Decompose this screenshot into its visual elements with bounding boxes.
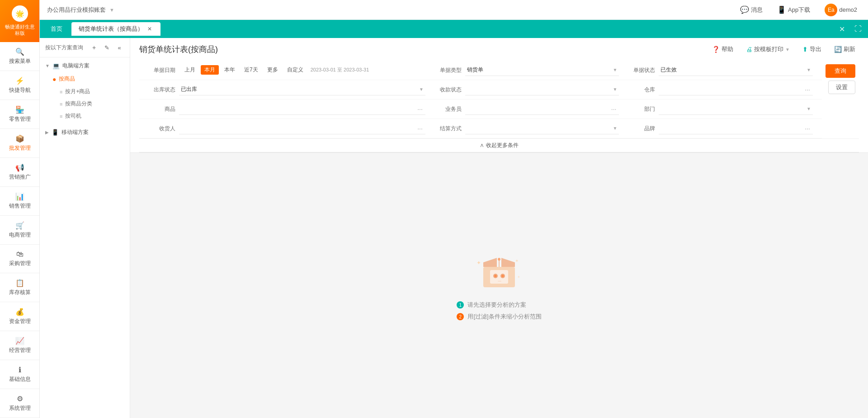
sidebar-item-sales[interactable]: 📊 销售管理 (0, 187, 39, 216)
tab-close-icon[interactable]: ✕ (146, 25, 153, 33)
payment-dropdown-icon: ▼ (613, 126, 618, 131)
panel-add-btn[interactable]: + (89, 43, 99, 52)
doc-status-control[interactable]: 已生效 ▼ (659, 64, 813, 76)
sidebar-item-purchase[interactable]: 🛍 采购管理 (0, 245, 39, 273)
tab-home[interactable]: 首页 (43, 22, 70, 36)
product-label: 商品 (148, 105, 179, 113)
system-icon: ⚙ (2, 394, 38, 403)
tree-sub-by-month-product[interactable]: ≡ 按月+商品 (40, 86, 130, 98)
inventory-icon: 📋 (2, 279, 38, 287)
panel-collapse-btn[interactable]: « (114, 43, 124, 52)
collapse-row[interactable]: ∧ 收起更多条件 (139, 138, 859, 152)
refresh-btn[interactable]: 🔄 刷新 (830, 43, 859, 55)
warehouse-control[interactable]: ··· (659, 84, 813, 95)
date-filter-control[interactable]: 上月 本月 本年 近7天 更多 自定义 2023-03-01 至 2023-03… (179, 64, 425, 76)
payment-label: 结算方式 (434, 125, 465, 133)
content-area: 按以下方案查询 + ✎ « ▼ 💻 电脑端方案 (40, 38, 868, 418)
sidebar-item-inventory[interactable]: 📋 库存核算 (0, 273, 39, 302)
industry-dropdown-icon[interactable]: ▼ (109, 7, 114, 13)
search-button[interactable]: 查询 (826, 64, 855, 78)
out-status-value: 已出库 (181, 86, 419, 93)
basic-info-icon: ℹ (2, 366, 38, 374)
warehouse-dots-icon[interactable]: ··· (804, 86, 811, 93)
sidebar-item-marketing[interactable]: 📢 营销推广 (0, 158, 39, 187)
doc-type-control[interactable]: 销货单 ▼ (465, 64, 619, 76)
sales-icon: 📊 (2, 192, 38, 201)
filter-staff-col: 业务员 ··· (434, 103, 619, 115)
sidebar-item-quick-nav[interactable]: ⚡ 快捷导航 (0, 71, 39, 100)
receiver-dots-icon[interactable]: ··· (416, 125, 424, 132)
tree-sub-by-cashier[interactable]: ≡ 按司机 (40, 110, 130, 122)
print-dropdown-icon: ▼ (785, 47, 790, 52)
sub-icon-1: ≡ (60, 89, 62, 95)
tree-item-by-product[interactable]: ● 按商品 (40, 72, 130, 86)
tree-group-desktop[interactable]: ▼ 💻 电脑端方案 (40, 59, 130, 72)
filter-rows-area: 单据日期 上月 本月 本年 近7天 更多 自定义 (139, 61, 822, 138)
dept-control[interactable]: ▼ (659, 103, 813, 115)
tip-1: 1 请先选择要分析的方案 (457, 301, 541, 309)
help-icon: ❓ (712, 46, 720, 53)
svg-marker-2 (501, 258, 515, 267)
date-range-text: 2023-03-01 至 2023-03-31 (311, 66, 369, 73)
left-panel-header: 按以下方案查询 + ✎ « (40, 38, 130, 57)
sidebar-item-finance[interactable]: 💰 资金管理 (0, 302, 39, 331)
staff-dots-icon[interactable]: ··· (610, 105, 618, 113)
sidebar-item-search[interactable]: 🔍 搜索菜单 (0, 42, 39, 71)
refresh-label: 刷新 (844, 45, 855, 53)
product-dots-icon[interactable]: ··· (416, 105, 424, 113)
tab-maximize-btn[interactable]: ⛶ (852, 23, 864, 35)
desktop-group-label: 电脑端方案 (62, 62, 90, 70)
sidebar-item-retail[interactable]: 🏪 零售管理 (0, 100, 39, 129)
date-more[interactable]: 更多 (264, 65, 282, 75)
date-label: 单据日期 (148, 66, 179, 74)
print-label: 按模板打印 (754, 45, 783, 53)
purchase-icon: 🛍 (2, 250, 38, 258)
user-profile-btn[interactable]: Ea demo2 (821, 2, 861, 18)
panel-edit-btn[interactable]: ✎ (102, 43, 112, 52)
tab-sales-stat[interactable]: 销货单统计表（按商品） ✕ (71, 22, 160, 36)
date-this-month[interactable]: 本月 (201, 65, 219, 75)
app-download-btn[interactable]: 📱 App下载 (774, 4, 814, 16)
print-icon: 🖨 (746, 46, 752, 53)
date-7days[interactable]: 近7天 (241, 65, 262, 75)
receiver-control[interactable]: ··· (179, 123, 425, 134)
payment-control[interactable]: ▼ (465, 123, 619, 134)
tree-group-mobile[interactable]: ▶ 📱 移动端方案 (40, 126, 130, 139)
out-status-control[interactable]: 已出库 ▼ (179, 84, 425, 95)
sidebar-item-wholesale[interactable]: 📦 批发管理 (0, 129, 39, 158)
sidebar-item-system[interactable]: ⚙ 系统管理 (0, 389, 39, 418)
brand-control[interactable]: ··· (659, 123, 813, 134)
collect-status-control[interactable]: ▼ (465, 84, 619, 95)
page-actions: ❓ 帮助 🖨 按模板打印 ▼ ⬆ 导出 🔄 (708, 43, 859, 55)
tab-close-window-btn[interactable]: ✕ (835, 23, 848, 35)
out-status-dropdown-icon: ▼ (419, 87, 424, 92)
settings-button[interactable]: 设置 (828, 81, 855, 94)
print-btn[interactable]: 🖨 按模板打印 ▼ (742, 43, 793, 55)
logo-area[interactable]: 🌟 畅捷通好生意 标版 (0, 0, 39, 42)
doc-type-label: 单据类型 (434, 66, 465, 74)
tree-mobile-arrow: ▶ (45, 130, 49, 135)
main-area: 办公用品行业模拟账套 ▼ 💬 消息 📱 App下载 Ea demo2 首页 (40, 0, 868, 418)
sidebar-item-ecommerce[interactable]: 🛒 电商管理 (0, 216, 39, 245)
message-btn[interactable]: 💬 消息 (736, 4, 766, 16)
date-custom[interactable]: 自定义 (283, 65, 307, 75)
doc-type-value: 销货单 (467, 66, 613, 74)
header-actions: 💬 消息 📱 App下载 Ea demo2 (736, 2, 861, 18)
industry-selector[interactable]: 办公用品行业模拟账套 ▼ (47, 6, 114, 14)
date-tags: 上月 本月 本年 近7天 更多 自定义 2023-03-01 至 2023-03… (181, 65, 369, 75)
sidebar-item-management[interactable]: 📈 经营管理 (0, 331, 39, 360)
product-control[interactable]: ··· (179, 103, 425, 115)
tree-sub-by-category[interactable]: ≡ 按商品分类 (40, 98, 130, 110)
svg-point-7 (495, 275, 497, 277)
help-btn[interactable]: ❓ 帮助 (708, 43, 737, 55)
tip-text-2: 用[过滤]条件来缩小分析范围 (467, 313, 541, 321)
staff-control[interactable]: ··· (465, 103, 619, 115)
sidebar-item-basic-info[interactable]: ℹ 基础信息 (0, 360, 39, 389)
date-last-month[interactable]: 上月 (181, 65, 199, 75)
filter-row-2: 出库状态 已出库 ▼ 收款状态 (139, 80, 822, 100)
export-btn[interactable]: ⬆ 导出 (799, 43, 825, 55)
page-header: 销货单统计表(按商品) ❓ 帮助 🖨 按模板打印 ▼ ⬆ (130, 38, 868, 153)
brand-dots-icon[interactable]: ··· (804, 125, 811, 132)
filter-receiver-col: 收货人 ··· (148, 123, 425, 134)
date-this-year[interactable]: 本年 (221, 65, 239, 75)
